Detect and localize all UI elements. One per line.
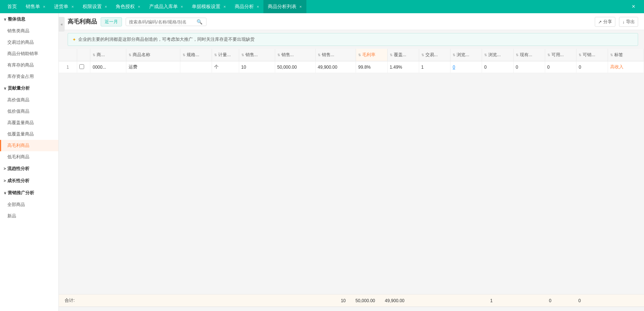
footer-cell-3 <box>230 298 260 303</box>
sort-icon: ⇅ <box>358 53 361 57</box>
column-header-9[interactable]: ⇅毛利率 <box>356 49 388 61</box>
column-header-1[interactable] <box>77 49 90 61</box>
nav-item-单据模板设置[interactable]: 单据模板设置× <box>187 0 230 13</box>
footer-cell-7: 50,000.00 <box>348 298 377 303</box>
sidebar-item-全部商品[interactable]: 全部商品 <box>0 199 58 210</box>
sort-icon: ⇅ <box>214 53 217 57</box>
sidebar-group-贡献量分析[interactable]: ∨贡献量分析 <box>0 82 58 94</box>
sort-icon: ⇅ <box>129 53 132 57</box>
stock: 0 <box>513 61 545 73</box>
sidebar-group-label: 贡献量分析 <box>8 85 30 91</box>
footer-cell-11: 1 <box>465 298 495 303</box>
sort-icon: ⇅ <box>610 53 613 57</box>
nav-item-角色授权[interactable]: 角色授权× <box>111 0 144 13</box>
column-header-7[interactable]: ⇅销售... <box>275 49 315 61</box>
tab-close-icon[interactable]: × <box>105 4 107 9</box>
nav-item-商品分析[interactable]: 商品分析× <box>230 0 263 13</box>
column-header-17[interactable]: ⇅标签 <box>608 49 644 61</box>
column-header-11[interactable]: ⇅交易... <box>419 49 450 61</box>
product-code: 0000... <box>90 61 126 73</box>
column-header-6[interactable]: ⇅销售... <box>239 49 275 61</box>
share-button[interactable]: ↗ 分享 <box>595 17 615 27</box>
column-label: 浏览... <box>457 52 469 58</box>
sidebar-item-商品分销助销率[interactable]: 商品分销助销率 <box>0 48 58 59</box>
column-header-5[interactable]: ⇅计量... <box>212 49 239 61</box>
product-unit: 个 <box>212 61 239 73</box>
column-label: 交易... <box>425 52 438 58</box>
tab-close-icon[interactable]: × <box>257 4 259 9</box>
column-label: 可用... <box>551 52 564 58</box>
nav-item-销售单[interactable]: 销售单× <box>21 0 50 13</box>
sort-icon: ⇅ <box>421 53 424 57</box>
product-name: 运费 <box>126 61 180 73</box>
column-header-3[interactable]: ⇅商品名称 <box>126 49 180 61</box>
column-label: 计量... <box>218 52 231 58</box>
sort-icon: ⇅ <box>579 53 582 57</box>
export-icon: ↓ <box>622 19 625 25</box>
column-header-0[interactable] <box>59 49 77 61</box>
export-button[interactable]: ↓ 导出 <box>619 17 638 27</box>
nav-item-权限设置[interactable]: 权限设置× <box>78 0 111 13</box>
sidebar-item-低毛利商品[interactable]: 低毛利商品 <box>0 151 58 163</box>
sidebar-item-有库存的商品[interactable]: 有库存的商品 <box>0 59 58 71</box>
sort-icon: ⇅ <box>516 53 519 57</box>
sidebar-item-销售类商品[interactable]: 销售类商品 <box>0 25 58 37</box>
footer-cell-13: 0 <box>524 298 554 303</box>
tab-close-icon[interactable]: × <box>223 4 226 9</box>
sidebar-group-流趋性分析[interactable]: >流趋性分析 <box>0 163 58 175</box>
horizontal-scrollbar[interactable] <box>59 307 644 311</box>
search-icon[interactable]: 🔍 <box>197 19 202 25</box>
column-header-14[interactable]: ⇅现有... <box>513 49 545 61</box>
product-tag: 高收入 <box>608 61 644 73</box>
footer-cell-9 <box>407 298 436 303</box>
footer-cell-6: 10 <box>319 298 348 303</box>
nav-item-首页[interactable]: 首页 <box>3 0 21 13</box>
column-label: 商品名称 <box>133 52 150 58</box>
column-header-8[interactable]: ⇅销售... <box>315 49 356 61</box>
footer-label: 合计: <box>61 297 142 304</box>
column-header-15[interactable]: ⇅可用... <box>545 49 576 61</box>
tab-close-icon[interactable]: × <box>138 4 140 9</box>
column-header-12[interactable]: ⇅浏览... <box>450 49 482 61</box>
browse2: 0 <box>482 61 514 73</box>
content-area: « 高毛利商品 近一月 🔍 ↗ 分享 ↓ 导出 ✦ 企业的主要的利润都是这部分商… <box>59 13 644 311</box>
tab-close-icon[interactable]: × <box>71 4 73 9</box>
sidebar-group-整体信息[interactable]: ∨整体信息 <box>0 13 58 25</box>
sales-qty: 10 <box>239 61 275 73</box>
search-input[interactable] <box>129 19 195 25</box>
column-header-16[interactable]: ⇅可销... <box>576 49 608 61</box>
sidebar-group-成长性分析[interactable]: >成长性分析 <box>0 175 58 187</box>
sidebar-group-营销推广分析[interactable]: ∨营销推广分析 <box>0 187 58 199</box>
nav-item-产成品入库单[interactable]: 产成品入库单× <box>145 0 187 13</box>
sidebar-item-库存资金占用[interactable]: 库存资金占用 <box>0 71 58 82</box>
footer-cell-15 <box>583 298 612 303</box>
tab-close-icon[interactable]: × <box>43 4 45 9</box>
sidebar-item-低价值商品[interactable]: 低价值商品 <box>0 106 58 117</box>
sidebar-toggle-button[interactable]: « <box>59 17 65 32</box>
chevron-icon: ∨ <box>4 17 6 21</box>
sidebar-item-高覆盖量商品[interactable]: 高覆盖量商品 <box>0 117 58 129</box>
column-header-4[interactable]: ⇅规格... <box>180 49 212 61</box>
filter-month-button[interactable]: 近一月 <box>101 17 122 26</box>
sidebar-item-高毛利商品[interactable]: 高毛利商品 <box>0 140 58 151</box>
info-banner: ✦ 企业的主要的利润都是这部分商品创造的，可考虑加大推广，同时关注库存是不要出现… <box>68 33 638 46</box>
footer-cell-12 <box>495 298 524 303</box>
sidebar-item-交易过的商品[interactable]: 交易过的商品 <box>0 37 58 48</box>
nav-item-进货单[interactable]: 进货单× <box>50 0 78 13</box>
transaction: 1 <box>419 61 450 73</box>
column-header-2[interactable]: ⇅商... <box>90 49 126 61</box>
column-label: 销售... <box>281 52 294 58</box>
sidebar-item-新品[interactable]: 新品 <box>0 210 58 222</box>
sales-amount: 50,000.00 <box>275 61 315 73</box>
column-header-13[interactable]: ⇅浏览... <box>482 49 514 61</box>
sort-icon: ⇅ <box>484 53 487 57</box>
top-navigation: 首页销售单×进货单×权限设置×角色授权×产成品入库单×单据模板设置×商品分析×商… <box>0 0 644 13</box>
sidebar-item-高价值商品[interactable]: 高价值商品 <box>0 94 58 106</box>
column-header-10[interactable]: ⇅覆盖... <box>387 49 419 61</box>
sidebar-item-低覆盖量商品[interactable]: 低覆盖量商品 <box>0 129 58 140</box>
tab-close-icon[interactable]: × <box>299 4 302 9</box>
column-label: 销售... <box>322 52 334 58</box>
tab-close-icon[interactable]: × <box>181 4 183 9</box>
nav-item-商品分析列表[interactable]: 商品分析列表× <box>263 0 306 13</box>
window-close-button[interactable]: × <box>626 0 641 13</box>
